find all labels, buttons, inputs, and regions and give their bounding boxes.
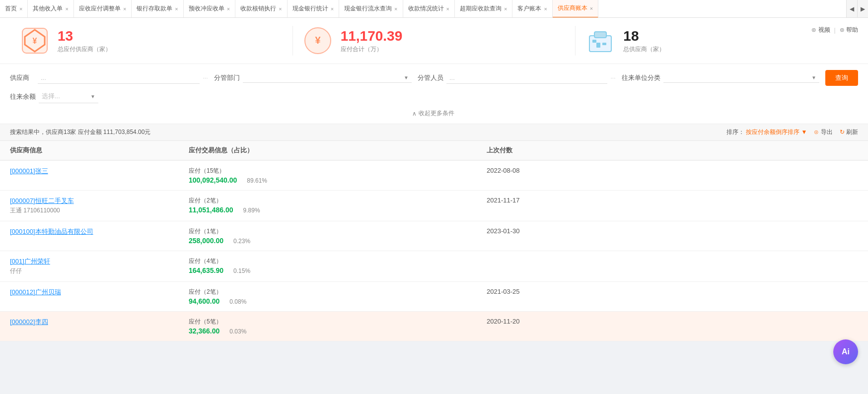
nav-tab-close-icon[interactable]: × (123, 6, 126, 12)
nav-tab-close-icon[interactable]: × (331, 6, 334, 12)
last-pay-date: 2021-11-17 (487, 197, 520, 204)
supplier-name-link[interactable]: [000100]本特勤油品有限公司 (10, 227, 189, 236)
supplier-cell: [000012]广州贝瑞 (10, 288, 189, 297)
sort-label: 排序： 按应付余额倒序排序 ▼ (726, 128, 807, 136)
nav-tab-close-icon[interactable]: × (544, 6, 547, 12)
person-filter: 分管人员 ··· (418, 72, 616, 84)
collapse-button[interactable]: ∧ 收起更多条件 (10, 107, 858, 120)
tx-row: 94,600.00 0.08% (189, 296, 487, 305)
tx-amount[interactable]: 100,092,540.00 (189, 176, 237, 184)
nav-tab-other-income[interactable]: 其他收入单× (28, 0, 73, 18)
nav-tab-close-icon[interactable]: × (227, 6, 230, 12)
supplier-cell: [000002]李四 (10, 318, 189, 327)
query-button[interactable]: 查询 (825, 70, 858, 86)
nav-tab-ar-ap-adjust[interactable]: 应收应付调整单× (74, 0, 132, 18)
summary-block-ap-suppliers: ¥ 13 总应付供应商（家） (10, 26, 293, 56)
nav-tab-label: 首页 (5, 4, 17, 13)
total-supplier-icon (585, 26, 615, 56)
transaction-cell: 应付（15笔） 100,092,540.00 89.61% (189, 167, 487, 184)
tx-row: 11,051,486.00 9.89% (189, 205, 487, 214)
tx-percent: 0.08% (229, 298, 246, 305)
nav-tab-receipt-verify[interactable]: 收款核销执行× (235, 0, 287, 18)
result-text: 搜索结果中，供应商13家 应付金额 111,703,854.00元 (10, 128, 150, 136)
nav-tab-close-icon[interactable]: × (394, 6, 397, 12)
unit-type-select[interactable]: ▼ (663, 73, 820, 83)
nav-tab-customer-ledger[interactable]: 客户账本× (512, 0, 552, 18)
table-row[interactable]: [001]广州荣轩 仔仔 应付（4笔） 164,635.90 0.15% (0, 251, 868, 282)
table-row[interactable]: [000001]张三 应付（15笔） 100,092,540.00 89.61%… (0, 161, 868, 191)
last-pay-date: 2020-11-20 (487, 318, 520, 325)
nav-tab-home[interactable]: 首页× (0, 0, 28, 18)
col-header-transaction: 应付交易信息（占比） (189, 146, 487, 155)
table-row[interactable]: [000012]广州贝瑞 应付（2笔） 94,600.00 0.08% 2021… (0, 282, 868, 312)
supplier-filter: 供应商 ··· (10, 72, 208, 84)
supplier-name-link[interactable]: [000012]广州贝瑞 (10, 288, 189, 297)
unit-type-label: 往来单位分类 (622, 73, 660, 82)
tx-amount[interactable]: 94,600.00 (189, 297, 219, 305)
result-bar: 搜索结果中，供应商13家 应付金额 111,703,854.00元 排序： 按应… (0, 124, 868, 141)
nav-next-arrow[interactable]: ▶ (857, 0, 868, 18)
unit-type-filter: 往来单位分类 ▼ (622, 73, 820, 83)
supplier-name-link[interactable]: [000001]张三 (10, 167, 189, 176)
tx-percent: 0.23% (233, 238, 250, 245)
nav-tab-cash-bank-stat[interactable]: 现金银行统计× (288, 0, 339, 18)
video-link[interactable]: ⊙ 视频 (811, 26, 830, 34)
nav-tab-cash-bank-flow[interactable]: 现金银行流水查询× (339, 0, 403, 18)
nav-prev-arrow[interactable]: ◀ (846, 0, 857, 18)
nav-tab-close-icon[interactable]: × (590, 5, 593, 11)
nav-tab-label: 其他收入单 (33, 4, 63, 13)
tx-row: 100,092,540.00 89.61% (189, 175, 487, 184)
refresh-button[interactable]: ↻ 刷新 (840, 128, 858, 136)
ap-total-icon: ¥ (303, 26, 333, 56)
tx-amount[interactable]: 32,366.00 (189, 327, 219, 335)
dept-label: 分管部门 (214, 73, 240, 82)
supplier-name-link[interactable]: [001]广州荣轩 (10, 257, 189, 266)
nav-tab-label: 收款核销执行 (240, 4, 276, 13)
nav-tab-close-icon[interactable]: × (65, 6, 68, 12)
sort-value[interactable]: 按应付余额倒序排序 (746, 129, 799, 135)
supplier-name-link[interactable]: [000002]李四 (10, 318, 189, 327)
person-label: 分管人员 (418, 73, 443, 82)
nav-tab-prepay-ar[interactable]: 预收冲应收单× (184, 0, 235, 18)
nav-tab-supplier-ledger[interactable]: 供应商账本× (553, 0, 598, 18)
tx-amount[interactable]: 258,000.00 (189, 237, 223, 245)
export-icon: ⊙ (814, 129, 819, 135)
data-table: 供应商信息 应付交易信息（占比） 上次付数 [000001]张三 应付（15笔）… (0, 141, 868, 341)
tx-amount[interactable]: 164,635.90 (189, 266, 223, 274)
top-nav: 首页×其他收入单×应收应付调整单×银行存取款单×预收冲应收单×收款核销执行×现金… (0, 0, 868, 18)
tx-percent: 0.03% (229, 328, 246, 335)
person-input[interactable] (446, 72, 607, 84)
table-row[interactable]: [000002]李四 应付（5笔） 32,366.00 0.03% 2020-1… (0, 312, 868, 341)
tx-amount[interactable]: 11,051,486.00 (189, 206, 233, 214)
table-row[interactable]: [000007]恒旺二手叉车 王通 17106110000 应付（2笔） 11,… (0, 191, 868, 221)
nav-tab-overdue-ar[interactable]: 超期应收款查询× (455, 0, 512, 18)
nav-tab-receipt-stat[interactable]: 收款情况统计× (403, 0, 455, 18)
ap-total-label: 应付合计（万） (341, 45, 403, 54)
total-supplier-text: 18 总供应商（家） (623, 28, 665, 54)
export-button[interactable]: ⊙ 导出 (814, 128, 832, 136)
nav-tab-label: 预收冲应收单 (189, 4, 224, 13)
balance-select[interactable]: 选择... ▼ (39, 90, 98, 103)
last-pay-date: 2021-03-25 (487, 288, 520, 295)
filter-row-2: 往来余额 选择... ▼ (10, 90, 858, 103)
table-row[interactable]: [000100]本特勤油品有限公司 应付（1笔） 258,000.00 0.23… (0, 221, 868, 251)
nav-tab-close-icon[interactable]: × (504, 6, 507, 12)
nav-tab-close-icon[interactable]: × (19, 6, 22, 12)
balance-label: 往来余额 (10, 92, 36, 101)
supplier-input[interactable] (38, 72, 200, 84)
nav-tab-close-icon[interactable]: × (279, 6, 282, 12)
last-pay-date: 2023-01-30 (487, 227, 520, 235)
dept-select[interactable]: ▼ (243, 73, 412, 83)
dept-chevron-down-icon: ▼ (404, 75, 409, 80)
supplier-cell: [000007]恒旺二手叉车 王通 17106110000 (10, 197, 189, 215)
help-link[interactable]: ⊙ 帮助 (840, 26, 858, 34)
tx-label: 应付（2笔） (189, 288, 487, 296)
sort-arrow-icon: ▼ (801, 129, 807, 135)
supplier-name-link[interactable]: [000007]恒旺二手叉车 (10, 197, 189, 205)
tx-label: 应付（5笔） (189, 318, 487, 326)
nav-tab-bank-deposit[interactable]: 银行存取款单× (132, 0, 183, 18)
nav-tab-close-icon[interactable]: × (446, 6, 449, 12)
nav-tab-close-icon[interactable]: × (175, 6, 178, 12)
transaction-cell: 应付（5笔） 32,366.00 0.03% (189, 318, 487, 335)
help-links: ⊙ 视频 | ⊙ 帮助 (811, 26, 858, 34)
